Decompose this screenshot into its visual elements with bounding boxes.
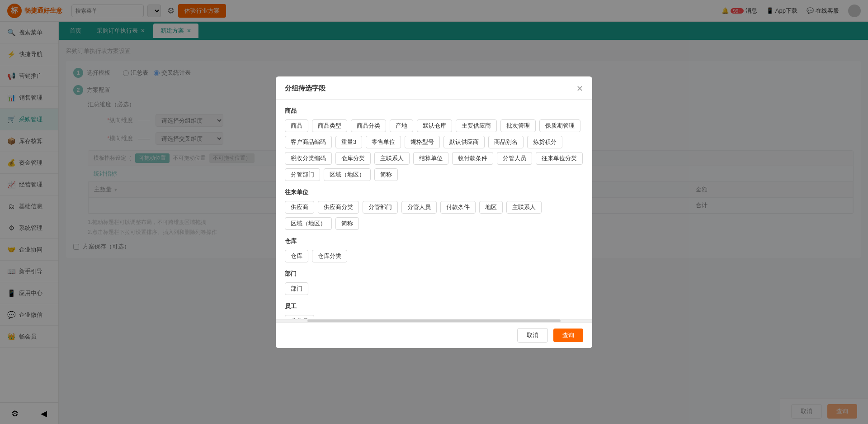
section-goods-tags: 商品 商品类型 商品分类 产地 默认仓库 主要供应商 批次管理 保质期管理 客户… — [285, 119, 583, 181]
section-department-tags: 部门 — [285, 282, 583, 295]
field-tag-goods-14[interactable]: 炼货积分 — [527, 136, 562, 148]
field-tag-goods-22[interactable]: 分管部门 — [285, 168, 320, 181]
field-tag-goods-24[interactable]: 简称 — [374, 168, 398, 181]
field-tag-goods-3[interactable]: 产地 — [390, 119, 413, 132]
field-tag-goods-5[interactable]: 主要供应商 — [456, 119, 497, 132]
field-tag-department-0[interactable]: 部门 — [285, 282, 308, 295]
section-goods-title: 商品 — [285, 107, 583, 115]
section-warehouse-tags: 仓库 仓库分类 — [285, 250, 583, 262]
section-partner-title: 往来单位 — [285, 188, 583, 196]
modal-body[interactable]: 商品 商品 商品类型 商品分类 产地 默认仓库 主要供应商 批次管理 保质期管理… — [276, 100, 592, 319]
field-tag-goods-17[interactable]: 主联系人 — [374, 152, 410, 165]
section-partner: 往来单位 供应商 供应商分类 分管部门 分管人员 付款条件 地区 主联系人 区域… — [285, 188, 583, 230]
section-employee-tags: 业务员 — [285, 315, 583, 319]
modal-title: 分组待选字段 — [285, 84, 326, 93]
modal-hscroll[interactable] — [276, 319, 592, 322]
field-tag-partner-0[interactable]: 供应商 — [285, 201, 314, 214]
field-tag-goods-2[interactable]: 商品分类 — [351, 119, 386, 132]
field-tag-goods-9[interactable]: 重量3 — [335, 136, 362, 148]
field-tag-goods-20[interactable]: 分管人员 — [497, 152, 532, 165]
section-goods: 商品 商品 商品类型 商品分类 产地 默认仓库 主要供应商 批次管理 保质期管理… — [285, 107, 583, 181]
modal-hscroll-thumb — [307, 319, 561, 322]
section-department-title: 部门 — [285, 270, 583, 278]
field-tag-goods-16[interactable]: 仓库分类 — [335, 152, 371, 165]
field-tag-employee-0[interactable]: 业务员 — [285, 315, 314, 319]
field-tag-goods-10[interactable]: 零售单位 — [366, 136, 401, 148]
field-tag-warehouse-1[interactable]: 仓库分类 — [312, 250, 347, 262]
field-tag-goods-18[interactable]: 结算单位 — [413, 152, 448, 165]
field-tag-goods-12[interactable]: 默认供应商 — [443, 136, 485, 148]
field-tag-partner-4[interactable]: 付款条件 — [440, 201, 476, 214]
field-tag-goods-21[interactable]: 往来单位分类 — [536, 152, 583, 165]
section-department: 部门 部门 — [285, 270, 583, 295]
section-warehouse: 仓库 仓库 仓库分类 — [285, 237, 583, 262]
field-tag-goods-19[interactable]: 收付款条件 — [452, 152, 493, 165]
field-tag-goods-11[interactable]: 规格型号 — [405, 136, 440, 148]
modal-overlay: 分组待选字段 ✕ 商品 商品 商品类型 商品分类 产地 默认仓库 主要供应商 批… — [0, 0, 868, 424]
modal-cancel-button[interactable]: 取消 — [517, 328, 548, 343]
modal-header: 分组待选字段 ✕ — [276, 76, 592, 100]
section-employee-title: 员工 — [285, 302, 583, 310]
field-tag-partner-1[interactable]: 供应商分类 — [318, 201, 359, 214]
field-tag-partner-6[interactable]: 主联系人 — [506, 201, 542, 214]
field-tag-goods-6[interactable]: 批次管理 — [500, 119, 536, 132]
modal-confirm-button[interactable]: 查询 — [553, 329, 583, 342]
field-tag-partner-3[interactable]: 分管人员 — [401, 201, 437, 214]
field-tag-goods-13[interactable]: 商品别名 — [488, 136, 524, 148]
field-tag-partner-7[interactable]: 区域（地区） — [285, 217, 332, 230]
field-tag-partner-8[interactable]: 简称 — [335, 217, 359, 230]
section-employee: 员工 业务员 — [285, 302, 583, 319]
field-tag-partner-2[interactable]: 分管部门 — [363, 201, 398, 214]
modal-close-button[interactable]: ✕ — [576, 84, 583, 94]
section-warehouse-title: 仓库 — [285, 237, 583, 245]
field-tag-goods-8[interactable]: 客户商品编码 — [285, 136, 332, 148]
field-tag-goods-4[interactable]: 默认仓库 — [417, 119, 452, 132]
field-tag-goods-1[interactable]: 商品类型 — [312, 119, 347, 132]
modal-footer: 取消 查询 — [276, 322, 592, 348]
field-tag-goods-15[interactable]: 税收分类编码 — [285, 152, 332, 165]
field-tag-partner-5[interactable]: 地区 — [479, 201, 503, 214]
field-tag-warehouse-0[interactable]: 仓库 — [285, 250, 308, 262]
section-partner-tags: 供应商 供应商分类 分管部门 分管人员 付款条件 地区 主联系人 区域（地区） … — [285, 201, 583, 230]
field-tag-goods-23[interactable]: 区域（地区） — [324, 168, 371, 181]
field-tag-goods-0[interactable]: 商品 — [285, 119, 308, 132]
field-tag-goods-7[interactable]: 保质期管理 — [539, 119, 580, 132]
modal: 分组待选字段 ✕ 商品 商品 商品类型 商品分类 产地 默认仓库 主要供应商 批… — [276, 76, 592, 348]
